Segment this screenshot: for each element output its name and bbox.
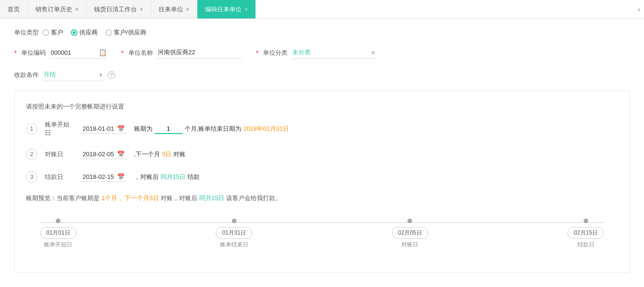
step-date-2-value: 2018-02-05	[83, 151, 114, 158]
tab-expand-button[interactable]: ›	[634, 0, 644, 18]
step-date-1-cal-icon[interactable]: 📅	[117, 125, 125, 132]
step-date-3-cal-icon[interactable]: 📅	[117, 173, 125, 180]
step-row-2: 2 对账日 2018-02-05 📅 ,下一个月 5日 对账	[26, 149, 618, 160]
period-input[interactable]	[154, 124, 183, 134]
step-date-2-cal-icon[interactable]: 📅	[117, 151, 125, 158]
step-desc-2-highlight: 5日	[162, 150, 171, 159]
payment-condition-label: 收款条件	[14, 71, 39, 79]
unit-code-icon[interactable]: 📋	[99, 49, 107, 56]
timeline-chip-1: 01月01日	[40, 227, 76, 239]
timeline-point-3: 02月05日 对账日	[392, 219, 428, 249]
tab-cash-work-close[interactable]: ×	[140, 6, 143, 13]
unit-name-input[interactable]	[157, 47, 242, 59]
radio-customer[interactable]: 客户	[42, 28, 63, 37]
radio-supplier-label: 供应商	[79, 28, 98, 37]
step-num-2: 2	[26, 149, 37, 160]
preview-end: 该客户会给我打款。	[226, 194, 281, 202]
unit-category-select[interactable]: 未分类 ∨	[291, 46, 376, 59]
timeline-label-1: 账单开始日	[44, 241, 72, 249]
tab-edit-partner-close[interactable]: ×	[245, 6, 248, 13]
unit-code-input-wrap: 📋	[50, 47, 107, 59]
step-num-1: 1	[26, 123, 37, 135]
unit-category-field: * 单位分类 未分类 ∨	[256, 46, 376, 59]
timeline-dot-2	[232, 219, 237, 223]
step-desc-1-highlight: 2018年01月31日	[243, 125, 289, 133]
step-desc-3-highlight: 同月15日	[161, 173, 186, 181]
unit-category-required: *	[256, 49, 258, 57]
payment-condition-chevron: ∨	[99, 71, 103, 78]
radio-customer-label: 客户	[51, 28, 63, 37]
radio-group-unit-type: 客户 供应商 客户/供应商	[42, 28, 146, 37]
step-desc-1: 账期为 个月,账单结束日期为 2018年01月31日	[134, 124, 289, 134]
unit-info-row: * 单位编码 📋 * 单位名称 * 单位分类 未分类 ∨	[14, 46, 630, 59]
tab-cash-work-label: 钱货日清工作台	[94, 5, 137, 14]
timeline-dot-3	[407, 219, 412, 223]
unit-code-label: 单位编码	[21, 49, 46, 57]
timeline-point-1: 01月01日 账单开始日	[40, 219, 76, 249]
step-desc-3-suffix: 结款	[187, 173, 200, 181]
payment-condition-select[interactable]: 月结 ∨	[42, 68, 104, 81]
card-title: 请按照未来的一个完整帐期进行设置	[26, 102, 618, 111]
unit-category-value: 未分类	[292, 48, 368, 57]
timeline-label-2: 账单结束日	[220, 241, 248, 249]
timeline-chip-3: 02月05日	[392, 227, 428, 239]
step-desc-1-suffix: 个月,账单结束日期为	[185, 125, 242, 133]
payment-condition-help-icon[interactable]: ?	[108, 71, 115, 79]
step-desc-2-prefix: ,下一个月	[134, 150, 161, 159]
step-desc-2: ,下一个月 5日 对账	[134, 150, 186, 159]
tab-edit-partner-label: 编辑往来单位	[205, 5, 242, 14]
tab-partner[interactable]: 往来单位 ×	[151, 0, 197, 18]
tab-cash-work[interactable]: 钱货日清工作台 ×	[86, 0, 151, 18]
step-num-3: 3	[26, 171, 37, 183]
unit-category-label: 单位分类	[263, 49, 288, 57]
step-date-3-value: 2018-02-15	[83, 173, 114, 180]
timeline-point-4: 02月15日 结款日	[568, 219, 604, 249]
radio-supplier[interactable]: 供应商	[71, 28, 98, 37]
unit-code-field: * 单位编码 📋	[14, 47, 107, 59]
radio-customer-supplier-label: 客户/供应商	[114, 28, 146, 37]
timeline-point-2: 01月31日 账单结束日	[216, 219, 252, 249]
step-date-1-value: 2018-01-01	[83, 125, 114, 132]
preview-p2: 下一个月5日	[125, 194, 159, 202]
payment-condition-field: 收款条件 月结 ∨ ?	[14, 68, 115, 81]
preview-p1: 1个月，	[102, 194, 123, 202]
timeline-dot-1	[56, 219, 60, 223]
radio-customer-circle	[42, 29, 49, 36]
tab-sales-history-label: 销售订单历史	[35, 5, 72, 14]
unit-type-row: 单位类型 客户 供应商 客户/供应商	[14, 28, 630, 37]
main-content: 单位类型 客户 供应商 客户/供应商 * 单位编码	[0, 19, 644, 287]
tab-home[interactable]: 首页	[0, 0, 28, 18]
tab-edit-partner[interactable]: 编辑往来单位 ×	[197, 0, 256, 18]
step-label-1: 账单开始日	[45, 120, 73, 137]
timeline-label-4: 结款日	[577, 241, 594, 249]
unit-code-input[interactable]	[50, 47, 97, 58]
step-desc-3: ，对账后 同月15日 结款	[134, 173, 200, 181]
tab-partner-label: 往来单位	[159, 5, 183, 14]
radio-customer-supplier[interactable]: 客户/供应商	[105, 28, 146, 37]
timeline-line	[40, 222, 604, 223]
tab-sales-history[interactable]: 销售订单历史 ×	[28, 0, 86, 18]
radio-customer-supplier-circle	[105, 29, 112, 36]
preview-mid: 对账，对账后	[161, 194, 197, 202]
timeline-label-3: 对账日	[401, 241, 418, 249]
step-row-1: 1 账单开始日 2018-01-01 📅 账期为 个月,账单结束日期为 2018…	[26, 120, 618, 137]
payment-condition-value: 月结	[43, 70, 96, 79]
unit-name-field: * 单位名称	[121, 47, 241, 59]
period-settings-card: 请按照未来的一个完整帐期进行设置 1 账单开始日 2018-01-01 📅 账期…	[14, 91, 630, 273]
preview-p3: 同月15日	[199, 194, 224, 202]
step-desc-2-suffix: 对账	[173, 150, 186, 159]
unit-code-required: *	[14, 49, 17, 57]
timeline-dot-4	[584, 219, 588, 223]
tab-sales-history-close[interactable]: ×	[75, 6, 78, 13]
tab-partner-close[interactable]: ×	[186, 6, 189, 13]
tab-home-label: 首页	[8, 5, 20, 14]
radio-supplier-circle	[71, 29, 77, 36]
unit-name-required: *	[121, 49, 123, 57]
step-desc-3-prefix: ，对账后	[134, 173, 159, 181]
payment-condition-row: 收款条件 月结 ∨ ?	[14, 68, 630, 81]
timeline-chip-4: 02月15日	[568, 227, 604, 239]
unit-type-label: 单位类型	[14, 28, 39, 37]
step-row-3: 3 结款日 2018-02-15 📅 ，对账后 同月15日 结款	[26, 171, 618, 183]
step-label-3: 结款日	[45, 173, 73, 181]
preview-label: 账期预览：当前客户账期是	[26, 194, 100, 202]
